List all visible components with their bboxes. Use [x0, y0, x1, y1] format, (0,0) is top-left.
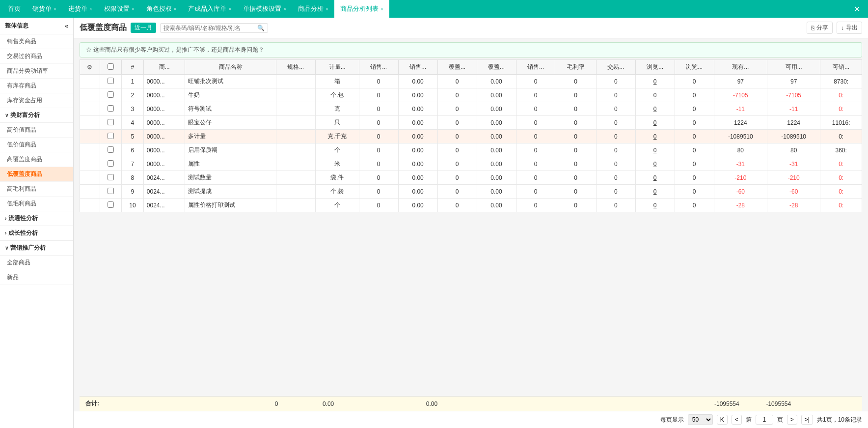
sidebar-item-high-value[interactable]: 高价值商品 — [0, 123, 73, 138]
row-trade: 0 — [596, 157, 635, 171]
row-spec — [276, 157, 315, 171]
col-cover-b: 覆盖... — [477, 60, 516, 75]
sidebar-item-low-value[interactable]: 低价值商品 — [0, 138, 73, 152]
sidebar-item-category-rate[interactable]: 商品分类动销率 — [0, 64, 73, 79]
sidebar-group-growth[interactable]: › 成长性分析 — [0, 226, 73, 241]
close-icon[interactable]: × — [89, 6, 92, 12]
sidebar-item-in-stock[interactable]: 有库存商品 — [0, 79, 73, 93]
row-sales-qty: 0 — [359, 75, 398, 88]
row-browse-a[interactable]: 0 — [635, 116, 675, 130]
sidebar-item-low-margin[interactable]: 低毛利商品 — [0, 197, 73, 211]
sidebar-item-high-coverage[interactable]: 高覆盖度商品 — [0, 152, 73, 167]
nav-tab-analysis[interactable]: 商品分析 × — [292, 0, 334, 18]
row-browse-a[interactable]: 0 — [635, 143, 675, 157]
close-icon[interactable]: × — [54, 6, 56, 12]
last-page-button[interactable]: >| — [801, 415, 813, 425]
sidebar-section-overall[interactable]: 整体信息 « — [0, 18, 73, 34]
row-checkbox[interactable] — [100, 171, 121, 185]
row-sales-qty: 0 — [359, 102, 398, 116]
sidebar-group-liquidity[interactable]: › 流通性分析 — [0, 211, 73, 226]
row-trade: 0 — [596, 130, 635, 143]
row-sales-amt: 0.00 — [398, 171, 437, 185]
row-checkbox[interactable] — [100, 143, 121, 157]
next-page-button[interactable]: > — [787, 415, 797, 425]
table-row: 6 0000... 启用保质期 个 0 0.00 0 0.00 0 0 0 0 … — [80, 143, 862, 157]
row-browse-a[interactable]: 0 — [635, 199, 675, 212]
first-page-button[interactable]: K — [717, 415, 728, 425]
row-browse-a[interactable]: 0 — [635, 75, 675, 88]
share-button[interactable]: ⎘ 分享 — [807, 22, 833, 34]
row-checkbox[interactable] — [100, 157, 121, 171]
nav-tab-role[interactable]: 角色授权 × — [140, 0, 183, 18]
row-checkbox[interactable] — [100, 88, 121, 102]
close-icon[interactable]: × — [132, 6, 135, 12]
col-settings[interactable]: ⚙ — [80, 60, 100, 75]
table-wrapper[interactable]: ⚙ # 商... 商品名称 规格... 计量... 销售... 销售... 覆盖… — [80, 59, 862, 396]
sidebar-item-low-coverage[interactable]: 低覆盖度商品 — [0, 167, 73, 182]
close-all-button[interactable]: ✕ — [848, 4, 866, 14]
row-browse-a[interactable]: 0 — [635, 130, 675, 143]
row-sales-c: 0 — [516, 102, 555, 116]
close-icon[interactable]: × — [174, 6, 177, 12]
row-browse-a[interactable]: 0 — [635, 171, 675, 185]
sidebar-item-traded-goods[interactable]: 交易过的商品 — [0, 49, 73, 64]
row-cover-b: 0.00 — [477, 199, 516, 212]
close-icon[interactable]: × — [228, 6, 231, 12]
table-row: 1 0000... 旺铺批次测试 箱 0 0.00 0 0.00 0 0 0 0… — [80, 75, 862, 88]
col-sales-amt: 销售... — [398, 60, 437, 75]
row-sales-c: 0 — [516, 75, 555, 88]
row-sales-qty: 0 — [359, 130, 398, 143]
nav-tab-sales[interactable]: 销货单 × — [27, 0, 62, 18]
row-checkbox[interactable] — [100, 130, 121, 143]
row-browse-a[interactable]: 0 — [635, 157, 675, 171]
row-checkbox[interactable] — [100, 75, 121, 88]
sidebar-item-new-goods[interactable]: 新品 — [0, 270, 73, 285]
close-icon[interactable]: × — [326, 6, 328, 12]
row-checkbox[interactable] — [100, 116, 121, 130]
row-name: 牛奶 — [185, 88, 276, 102]
row-unit: 个,包 — [315, 88, 359, 102]
row-browse-b: 0 — [675, 157, 714, 171]
select-all-checkbox[interactable] — [108, 63, 114, 70]
row-sales-qty: 0 — [359, 143, 398, 157]
search-icon[interactable]: 🔍 — [257, 25, 265, 31]
sidebar-group-marketing[interactable]: ∨ 营销推广分析 — [0, 241, 73, 256]
row-code: 0024... — [143, 185, 185, 199]
prev-page-button[interactable]: < — [732, 415, 742, 425]
row-spec — [276, 75, 315, 88]
table-row: 9 0024... 测试提成 个,袋 0 0.00 0 0.00 0 0 0 0… — [80, 185, 862, 199]
row-gross-rate: 0 — [555, 157, 596, 171]
col-browse-b: 浏览... — [675, 60, 714, 75]
col-checkbox[interactable] — [100, 60, 121, 75]
close-icon[interactable]: × — [380, 6, 383, 12]
sidebar-item-high-margin[interactable]: 高毛利商品 — [0, 182, 73, 197]
nav-tab-product[interactable]: 产成品入库单 × — [182, 0, 237, 18]
row-sales-amt: 0.00 — [398, 199, 437, 212]
nav-tab-analysis-list[interactable]: 商品分析列表 × — [334, 0, 389, 18]
page-number-input[interactable] — [756, 415, 773, 425]
nav-tab-home[interactable]: 首页 — [2, 0, 27, 18]
totals-bar: 合计: 0 0.00 0.00 -1095554 -1095554 — [80, 396, 862, 411]
row-gross-rate: 0 — [555, 102, 596, 116]
row-checkbox[interactable] — [100, 102, 121, 116]
row-spec — [276, 116, 315, 130]
row-browse-a[interactable]: 0 — [635, 102, 675, 116]
sidebar-item-all-goods[interactable]: 全部商品 — [0, 256, 73, 270]
time-filter-button[interactable]: 近一月 — [131, 23, 156, 33]
close-icon[interactable]: × — [283, 6, 286, 12]
sidebar-item-sales-goods[interactable]: 销售类商品 — [0, 34, 73, 49]
export-button[interactable]: ↓ 导出 — [837, 22, 862, 34]
row-browse-a[interactable]: 0 — [635, 185, 675, 199]
row-checkbox[interactable] — [100, 199, 121, 212]
nav-tab-purchase[interactable]: 进货单 × — [62, 0, 98, 18]
sidebar-item-stock-fund[interactable]: 库存资金占用 — [0, 93, 73, 108]
search-input[interactable] — [163, 25, 255, 31]
row-sales-c: 0 — [516, 199, 555, 212]
page-size-select[interactable]: 50 100 200 — [688, 414, 713, 425]
sidebar-group-wealth[interactable]: ∨ 类财富分析 — [0, 108, 73, 123]
row-browse-a[interactable]: 0 — [635, 88, 675, 102]
nav-tab-template[interactable]: 单据模板设置 × — [237, 0, 292, 18]
nav-tab-permission[interactable]: 权限设置 × — [98, 0, 140, 18]
row-checkbox[interactable] — [100, 185, 121, 199]
export-icon: ↓ — [841, 25, 844, 31]
